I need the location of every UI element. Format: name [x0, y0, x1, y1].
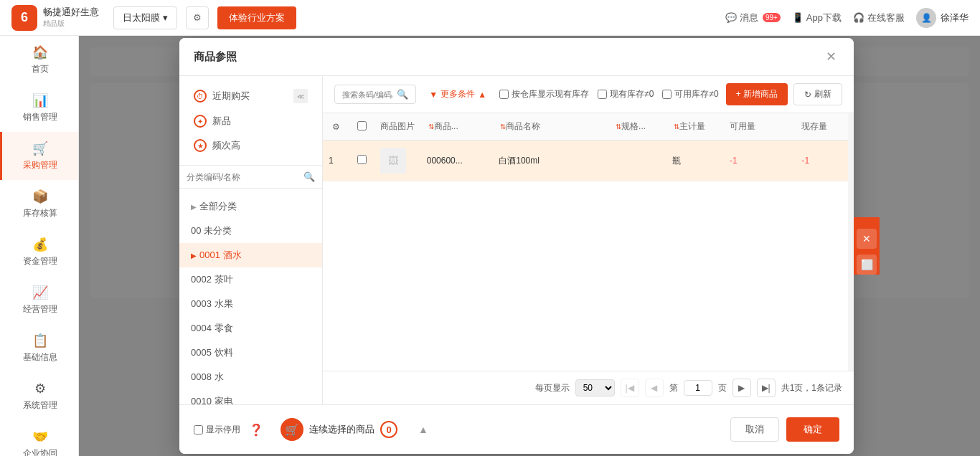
logo-icon: 6: [11, 5, 37, 31]
refresh-icon: ↻: [804, 90, 811, 100]
checkbox-warehouse[interactable]: [499, 90, 509, 99]
sales-icon: 📊: [32, 92, 48, 108]
checkbox-avail-label[interactable]: 可用库存≠0: [662, 88, 718, 100]
trial-button[interactable]: 体验行业方案: [217, 6, 296, 29]
sidebar-item-inventory[interactable]: 📦 库存核算: [0, 180, 78, 228]
search-icon[interactable]: 🔍: [397, 89, 408, 100]
category-appliance[interactable]: 0010 家电: [179, 389, 322, 404]
sort-icon-name: ⇅: [500, 123, 506, 130]
app-download-nav-item[interactable]: 📱 App下载: [792, 11, 842, 24]
close-panel-button[interactable]: ✕: [857, 229, 877, 249]
col-header-code[interactable]: ⇅商品...: [421, 113, 494, 141]
expand-panel-button[interactable]: ⬜: [857, 255, 877, 275]
footer-cart[interactable]: 🛒 连续选择的商品 0: [272, 414, 406, 445]
sidebar-item-enterprise[interactable]: 🤝 企业协同: [0, 420, 78, 456]
sidebar-item-operations[interactable]: 📈 经营管理: [0, 276, 78, 324]
col-header-checkbox[interactable]: [349, 113, 374, 141]
quick-recent-label: 近期购买: [212, 90, 250, 103]
footer-left: 显示停用: [194, 424, 240, 436]
sidebar-label-purchase: 采购管理: [23, 159, 57, 171]
home-icon: 🏠: [32, 44, 48, 60]
refresh-label: 刷新: [814, 88, 831, 100]
headset-icon: 🎧: [853, 12, 864, 23]
sidebar-item-system[interactable]: ⚙ 系统管理: [0, 372, 78, 420]
collapse-btn[interactable]: ≪: [293, 89, 308, 103]
sidebar-item-home[interactable]: 🏠 首页: [0, 36, 78, 84]
category-snack-label: 0004 零食: [191, 322, 233, 335]
first-page-button[interactable]: |◀: [621, 379, 639, 397]
category-snack[interactable]: 0004 零食: [179, 316, 322, 341]
col-header-settings[interactable]: ⚙: [323, 113, 349, 141]
collapse-cart-button[interactable]: ▲: [415, 421, 432, 438]
add-product-button[interactable]: + 新增商品: [726, 83, 788, 105]
category-fruit[interactable]: 0003 水果: [179, 292, 322, 316]
page-size-select[interactable]: 50 20 100: [575, 379, 615, 396]
category-search-icon[interactable]: 🔍: [303, 171, 315, 182]
col-header-unit[interactable]: ⇅主计量: [666, 113, 724, 141]
product-image: 🖼: [380, 148, 406, 174]
prev-page-button[interactable]: ◀: [645, 379, 664, 397]
row-checkbox[interactable]: [357, 155, 367, 164]
last-page-button[interactable]: ▶|: [757, 379, 776, 397]
row-checkbox-cell[interactable]: [349, 141, 374, 181]
finance-icon: 💰: [32, 237, 48, 252]
phone-icon: 📱: [792, 12, 804, 23]
sidebar-item-finance[interactable]: 💰 资金管理: [0, 228, 78, 276]
table-row[interactable]: 1 🖼 000600... 白酒100ml: [323, 141, 854, 181]
left-panel: ⏱ 近期购买 ≪ ✦ 新品 ★ 频次高: [179, 76, 323, 404]
refresh-button[interactable]: ↻ 刷新: [793, 83, 842, 105]
col-header-image: 商品图片: [374, 113, 420, 141]
col-header-name[interactable]: ⇅商品名称: [493, 113, 608, 141]
filter-icon: ▼: [429, 90, 438, 100]
col-header-spec[interactable]: ⇅规格...: [608, 113, 666, 141]
category-all[interactable]: ▶ 全部分类: [179, 194, 322, 219]
category-list: ▶ 全部分类 00 未分类 ▶ 0001 酒水 0002 茶: [179, 189, 322, 404]
category-search-input[interactable]: [187, 172, 301, 182]
checkbox-stock-label[interactable]: 现有库存≠0: [598, 88, 654, 100]
category-beverage[interactable]: 0005 饮料: [179, 341, 322, 365]
sidebar-item-sales[interactable]: 📊 销售管理: [0, 84, 78, 132]
user-area[interactable]: 👤 徐泽华: [916, 8, 969, 28]
page-number-input[interactable]: [684, 380, 712, 396]
modal-close-button[interactable]: ✕: [822, 48, 839, 65]
cancel-button[interactable]: 取消: [730, 417, 779, 442]
category-water[interactable]: 0008 水: [179, 365, 322, 389]
filter-up-icon: ▲: [478, 90, 486, 100]
show-disabled-checkbox-label[interactable]: 显示停用: [194, 424, 240, 436]
checkbox-warehouse-label[interactable]: 按仓库显示现有库存: [499, 88, 589, 100]
select-all-checkbox[interactable]: [357, 121, 367, 130]
username: 徐泽华: [941, 11, 969, 24]
toolbar: 🔍 ▼ 更多条件 ▲ 按仓库显示现有库存: [323, 76, 854, 113]
quick-new-products[interactable]: ✦ 新品: [187, 109, 315, 133]
gear-icon: ⚙: [193, 12, 202, 23]
help-icon[interactable]: ❓: [249, 423, 263, 437]
quick-recent-purchase[interactable]: ⏱ 近期购买 ≪: [187, 83, 315, 109]
sidebar-item-purchase[interactable]: 🛒 采购管理: [0, 132, 78, 180]
messages-badge: 99+: [763, 13, 781, 22]
app-download-label: App下载: [806, 11, 842, 24]
more-filter-button[interactable]: ▼ 更多条件 ▲: [423, 85, 492, 104]
nav-right: 💬 消息 99+ 📱 App下载 🎧 在线客服 👤 徐泽华: [725, 8, 969, 28]
next-page-button[interactable]: ▶: [732, 379, 751, 397]
confirm-button[interactable]: 确定: [786, 417, 839, 442]
row-image-cell: 🖼: [374, 141, 420, 181]
checkbox-stock[interactable]: [598, 90, 607, 99]
settings-button[interactable]: ⚙: [186, 6, 209, 29]
checkbox-stock-text: 现有库存≠0: [610, 88, 654, 100]
show-disabled-checkbox[interactable]: [194, 425, 203, 434]
store-selector[interactable]: 日太阳膜 ▾: [113, 6, 177, 29]
category-search-box: 🔍: [179, 166, 322, 189]
category-uncategorized[interactable]: 00 未分类: [179, 219, 322, 243]
sidebar-item-basic-info[interactable]: 📋 基础信息: [0, 324, 78, 372]
online-service-nav-item[interactable]: 🎧 在线客服: [853, 11, 905, 24]
inventory-icon: 📦: [32, 189, 48, 204]
category-liquor[interactable]: ▶ 0001 酒水: [179, 243, 322, 267]
messages-nav-item[interactable]: 💬 消息 99+: [725, 11, 781, 24]
quick-high-frequency[interactable]: ★ 频次高: [187, 133, 315, 158]
product-search-input[interactable]: [342, 90, 392, 99]
scrollbar-track[interactable]: [848, 113, 854, 371]
category-all-label: 全部分类: [199, 200, 237, 213]
checkbox-avail[interactable]: [662, 90, 672, 99]
page-label: 第: [669, 382, 678, 394]
category-tea[interactable]: 0002 茶叶: [179, 267, 322, 292]
